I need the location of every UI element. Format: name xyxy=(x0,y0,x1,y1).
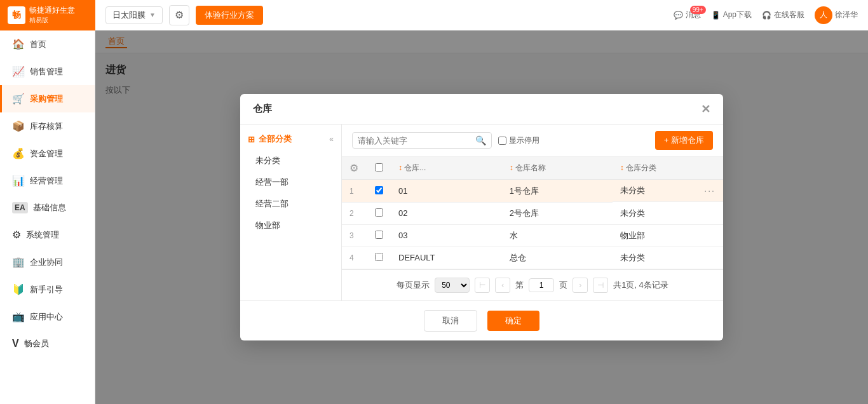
sidebar-item-sales[interactable]: 📈 销售管理 xyxy=(0,58,95,85)
system-icon: ⚙ xyxy=(12,229,21,241)
warehouse-table: ⚙ ↕ 仓库... xyxy=(342,157,723,269)
modal-footer: 取消 确定 xyxy=(240,300,723,340)
first-page-button[interactable]: ⊢ xyxy=(475,278,490,293)
row-num: 4 xyxy=(342,246,367,269)
app-label: App下载 xyxy=(723,10,752,20)
row-name: 2号仓库 xyxy=(502,202,613,224)
settings-icon[interactable]: ⚙ xyxy=(169,5,189,25)
confirm-button[interactable]: 确定 xyxy=(487,311,539,331)
modal-body: ⊞ 全部分类 « 未分类 经营一部 经营二部 物业部 xyxy=(240,125,723,300)
sidebar-item-operation[interactable]: 📊 经营管理 xyxy=(0,167,95,194)
cancel-button[interactable]: 取消 xyxy=(424,310,477,332)
show-disabled-checkbox[interactable] xyxy=(498,137,506,145)
search-icon[interactable]: 🔍 xyxy=(475,135,486,145)
row-category: 物业部 xyxy=(613,224,723,246)
row-name: 水 xyxy=(502,224,613,246)
prev-page-button[interactable]: ‹ xyxy=(495,278,510,293)
search-input[interactable] xyxy=(358,136,473,145)
row-category: 未分类 xyxy=(613,202,723,224)
row-num: 1 xyxy=(342,180,367,203)
row-actions[interactable]: ··· xyxy=(704,185,715,196)
sidebar-item-finance[interactable]: 💰 资金管理 xyxy=(0,140,95,167)
category-item-ops2[interactable]: 经营二部 xyxy=(240,193,341,215)
message-icon: 💬 xyxy=(674,11,683,20)
table-row: 2 02 2号仓库 未分类 xyxy=(342,202,723,224)
purchase-icon: 🛒 xyxy=(12,93,25,105)
brand-edition: 精易版 xyxy=(29,16,75,25)
trial-button[interactable]: 体验行业方案 xyxy=(196,6,263,25)
row-category: 未分类 xyxy=(613,246,723,269)
sidebar-item-basic[interactable]: EA 基础信息 xyxy=(0,194,95,221)
row-checkbox-cell xyxy=(367,246,391,269)
sidebar-item-enterprise[interactable]: 🏢 企业协同 xyxy=(0,248,95,276)
row-checkbox[interactable] xyxy=(375,186,383,194)
store-selector[interactable]: 日太阳膜 ▼ xyxy=(105,6,163,24)
modal-title: 仓库 xyxy=(253,103,272,115)
store-name: 日太阳膜 xyxy=(112,10,146,21)
row-checkbox[interactable] xyxy=(375,253,383,261)
col-gear-header: ⚙ xyxy=(342,157,367,180)
sidebar-item-appcenter[interactable]: 📺 应用中心 xyxy=(0,303,95,330)
enterprise-icon: 🏢 xyxy=(12,256,25,268)
search-wrap: 🔍 xyxy=(352,132,492,149)
header-right: 💬 消息 99+ 📱 App下载 🎧 在线客服 人 徐泽华 xyxy=(674,0,868,30)
basic-icon: EA xyxy=(12,202,28,213)
dropdown-arrow-icon: ▼ xyxy=(149,11,156,18)
sidebar-item-guide[interactable]: 🔰 新手引导 xyxy=(0,276,95,303)
sidebar-item-home[interactable]: 🏠 首页 xyxy=(0,30,95,58)
row-checkbox[interactable] xyxy=(375,231,383,239)
col-name-header: ↕ 仓库名称 xyxy=(502,157,613,180)
page-suffix: 页 xyxy=(559,279,567,291)
brand-logo: 畅 xyxy=(8,6,25,24)
home-icon: 🏠 xyxy=(12,38,25,50)
col-checkbox-header xyxy=(367,157,391,180)
total-info: 共1页, 4条记录 xyxy=(613,279,668,291)
row-checkbox[interactable] xyxy=(375,208,383,217)
category-item-ops1[interactable]: 经营一部 xyxy=(240,172,341,193)
sidebar-label-system: 系统管理 xyxy=(26,229,59,241)
add-warehouse-button[interactable]: + 新增仓库 xyxy=(655,131,713,150)
row-category: 未分类 ··· xyxy=(613,180,723,202)
online-service-button[interactable]: 🎧 在线客服 xyxy=(762,10,804,20)
all-category-button[interactable]: ⊞ 全部分类 xyxy=(248,133,292,145)
page-number-input[interactable] xyxy=(529,278,554,292)
collapse-icon[interactable]: « xyxy=(329,135,334,144)
show-disabled-checkbox-label[interactable]: 显示停用 xyxy=(498,135,539,146)
sidebar-label-guide: 新手引导 xyxy=(30,284,63,295)
row-num: 2 xyxy=(342,202,367,224)
col-code-header: ↕ 仓库... xyxy=(391,157,502,180)
sidebar-item-purchase[interactable]: 🛒 采购管理 xyxy=(0,85,95,112)
per-page-label: 每页显示 xyxy=(397,279,430,291)
table-row: 3 03 水 物业部 xyxy=(342,224,723,246)
last-page-button[interactable]: ⊣ xyxy=(593,278,608,293)
sidebar-label-home: 首页 xyxy=(30,39,46,50)
category-item-property[interactable]: 物业部 xyxy=(240,215,341,236)
table-row: 1 01 1号仓库 未分类 ··· xyxy=(342,180,723,203)
warehouse-modal: 仓库 ✕ ⊞ 全部分类 « 未分类 xyxy=(240,94,723,340)
per-page-select[interactable]: 50 100 xyxy=(435,278,470,293)
modal-header: 仓库 ✕ xyxy=(240,94,723,125)
sidebar-label-vip: 畅会员 xyxy=(24,338,49,349)
sidebar-label-enterprise: 企业协同 xyxy=(30,257,63,268)
app-icon: 📱 xyxy=(711,11,721,20)
category-item-unclassified[interactable]: 未分类 xyxy=(240,150,341,172)
col-category-header: ↕ 仓库分类 xyxy=(613,157,723,180)
sidebar-item-system[interactable]: ⚙ 系统管理 xyxy=(0,221,95,248)
modal-close-button[interactable]: ✕ xyxy=(701,104,710,115)
sales-icon: 📈 xyxy=(12,65,25,77)
select-all-checkbox[interactable] xyxy=(375,163,383,172)
next-page-button[interactable]: › xyxy=(573,278,588,293)
row-checkbox-cell xyxy=(367,224,391,246)
sidebar: 🏠 首页 📈 销售管理 🛒 采购管理 📦 库存核算 💰 资金管理 📊 经营管理 … xyxy=(0,30,95,404)
sidebar-label-operation: 经营管理 xyxy=(30,175,63,187)
sidebar-item-vip[interactable]: V 畅会员 xyxy=(0,330,95,357)
brand-name: 畅捷通好生意 xyxy=(29,6,75,16)
row-code: 01 xyxy=(391,180,502,203)
message-button[interactable]: 💬 消息 99+ xyxy=(674,10,701,20)
sidebar-item-inventory[interactable]: 📦 库存核算 xyxy=(0,112,95,140)
app-download-button[interactable]: 📱 App下载 xyxy=(711,10,752,20)
show-disabled-label: 显示停用 xyxy=(509,135,539,146)
sidebar-label-appcenter: 应用中心 xyxy=(30,311,63,323)
user-profile[interactable]: 人 徐泽华 xyxy=(815,6,858,24)
operation-icon: 📊 xyxy=(12,175,25,187)
